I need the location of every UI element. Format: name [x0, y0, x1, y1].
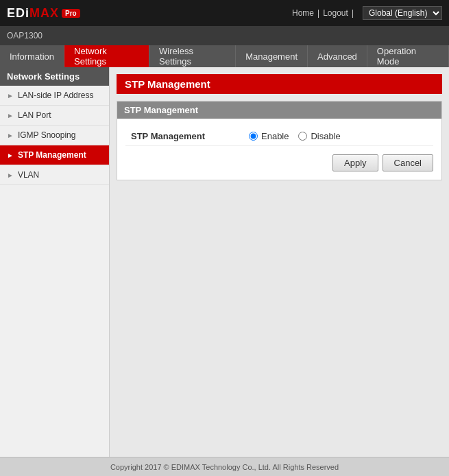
header-links: Home | Logout | Global (English) [292, 6, 442, 20]
sidebar-item-stp[interactable]: ► STP Management [0, 145, 109, 165]
header: EDiMAX Pro Home | Logout | Global (Engli… [0, 0, 449, 26]
nav-item-wireless-settings[interactable]: Wireless Settings [149, 45, 236, 67]
sidebar-item-lan-ip[interactable]: ► LAN-side IP Address [0, 86, 109, 106]
stp-enable-radio[interactable] [249, 132, 258, 141]
stp-enable-label: Enable [261, 131, 289, 141]
button-row: Apply Cancel [125, 154, 433, 171]
logout-link[interactable]: Logout [323, 8, 348, 18]
stp-form-row: STP Management Enable Disable [125, 127, 433, 146]
device-id: OAP1300 [7, 31, 43, 40]
nav-item-network-settings[interactable]: Network Settings [64, 45, 149, 67]
home-link[interactable]: Home [292, 8, 314, 18]
logo-pro: Pro [62, 9, 80, 18]
separator1: | [317, 8, 319, 18]
apply-button[interactable]: Apply [332, 154, 378, 171]
arrow-icon: ► [7, 132, 14, 139]
nav-item-management[interactable]: Management [236, 45, 308, 67]
nav-item-advanced[interactable]: Advanced [308, 45, 367, 67]
arrow-icon: ► [7, 152, 14, 159]
panel-body: STP Management Enable Disable Apply [117, 119, 441, 180]
stp-disable-radio[interactable] [298, 132, 307, 141]
stp-panel: STP Management STP Management Enable Dis… [117, 101, 442, 180]
nav-item-information[interactable]: Information [0, 45, 64, 67]
arrow-icon: ► [7, 92, 14, 99]
panel-header: STP Management [117, 102, 441, 119]
arrow-icon: ► [7, 112, 14, 119]
stp-field-label: STP Management [125, 131, 249, 141]
footer: Copyright 2017 © EDIMAX Technology Co., … [0, 457, 449, 476]
stp-form-control: Enable Disable [249, 131, 341, 141]
nav-item-operation-mode[interactable]: Operation Mode [367, 45, 449, 67]
stp-enable-radio-label[interactable]: Enable [249, 131, 289, 141]
logo-text: EDiMAX [7, 6, 59, 21]
sidebar-item-igmp[interactable]: ► IGMP Snooping [0, 126, 109, 145]
content: STP Management STP Management STP Manage… [110, 67, 449, 457]
cancel-button[interactable]: Cancel [383, 154, 433, 171]
logo: EDiMAX Pro [7, 6, 80, 21]
navbar: Information Network Settings Wireless Se… [0, 45, 449, 67]
lang-select[interactable]: Global (English) [363, 6, 442, 20]
separator2: | [352, 8, 354, 18]
footer-text: Copyright 2017 © EDIMAX Technology Co., … [110, 463, 339, 471]
sidebar-item-label: LAN Port [18, 110, 51, 120]
sidebar: Network Settings ► LAN-side IP Address ►… [0, 67, 110, 457]
sidebar-item-label: IGMP Snooping [18, 130, 76, 140]
sidebar-title: Network Settings [0, 67, 109, 86]
sidebar-item-label: VLAN [18, 170, 39, 180]
arrow-icon: ► [7, 171, 14, 179]
sidebar-item-vlan[interactable]: ► VLAN [0, 165, 109, 185]
sidebar-item-lan-port[interactable]: ► LAN Port [0, 106, 109, 126]
sidebar-item-label: STP Management [18, 150, 86, 160]
stp-disable-radio-label[interactable]: Disable [298, 131, 340, 141]
main-layout: Network Settings ► LAN-side IP Address ►… [0, 67, 449, 457]
sidebar-item-label: LAN-side IP Address [18, 91, 94, 100]
device-bar: OAP1300 [0, 26, 449, 45]
stp-disable-label: Disable [311, 131, 340, 141]
page-heading: STP Management [117, 74, 442, 94]
